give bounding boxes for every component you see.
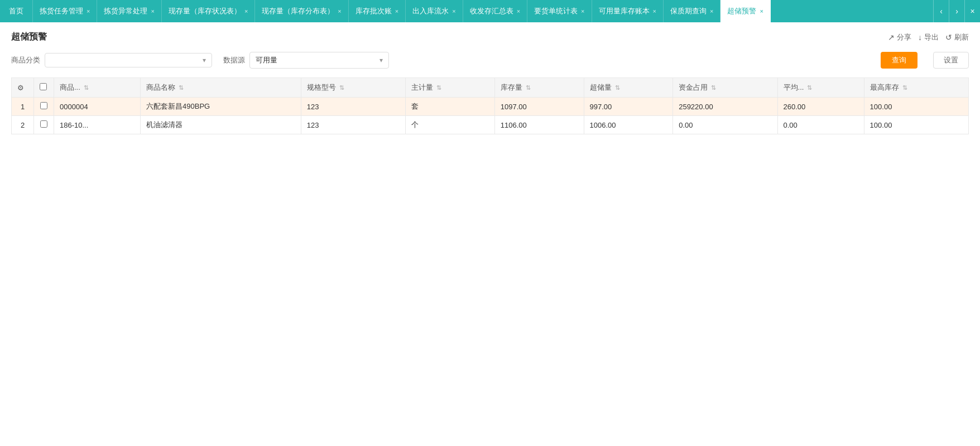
table-header-row: ⚙ 商品... ⇅ 商品名称 ⇅ [12,78,969,98]
row-checkbox[interactable] [40,120,47,128]
nav-prev-arrow[interactable]: ‹ [933,0,949,22]
cell-stock: 1106.00 [494,116,584,134]
cell-unit: 套 [406,98,495,116]
sort-product-code-icon: ⇅ [84,84,89,91]
share-icon: ↗ [888,33,895,42]
tab-5-close[interactable]: × [395,8,398,14]
category-select[interactable]: ▾ [45,53,212,67]
tab-7[interactable]: 收发存汇总表 × [463,0,527,22]
col-product-name-header[interactable]: 商品名称 ⇅ [141,78,301,98]
datasource-value: 可用量 [256,55,277,65]
col-spec-header[interactable]: 规格型号 ⇅ [301,78,405,98]
query-button[interactable]: 查询 [881,52,917,69]
datasource-select[interactable]: 可用量 ▾ [249,52,389,69]
cell-avg: 0.00 [777,116,864,134]
tab-1-close[interactable]: × [87,8,90,14]
sort-spec-icon: ⇅ [339,84,344,91]
tab-8-close[interactable]: × [581,8,584,14]
refresh-icon: ↺ [945,33,952,42]
col-avg-header[interactable]: 平均... ⇅ [777,78,864,98]
row-checkbox-cell[interactable] [34,98,54,116]
cell-stock: 1097.00 [494,98,584,116]
refresh-button[interactable]: ↺ 刷新 [945,32,969,42]
gear-icon: ⚙ [17,84,24,92]
data-table: ⚙ 商品... ⇅ 商品名称 ⇅ [11,77,969,134]
page-content: 超储预警 ↗ 分享 ↓ 导出 ↺ 刷新 商品分类 ▾ 数据源 [0,22,980,143]
tab-11[interactable]: 超储预警 × [720,0,770,22]
col-product-code-header[interactable]: 商品... ⇅ [54,78,141,98]
row-checkbox[interactable] [40,102,47,109]
cell-product-code: 0000004 [54,98,141,116]
cell-avg: 260.00 [777,98,864,116]
col-unit-header[interactable]: 主计量 ⇅ [406,78,495,98]
tab-11-close[interactable]: × [760,8,763,14]
table-row: 2 186-10... 机油滤清器 123 个 1106.00 1006.00 … [12,116,969,134]
tab-10-close[interactable]: × [710,8,713,14]
col-gear[interactable]: ⚙ [12,78,34,98]
tab-3-close[interactable]: × [244,8,248,14]
settings-button[interactable]: 设置 [933,52,969,69]
header-actions: ↗ 分享 ↓ 导出 ↺ 刷新 [888,32,969,42]
tab-10[interactable]: 保质期查询 × [664,0,720,22]
col-stock-header[interactable]: 库存量 ⇅ [494,78,584,98]
tab-6[interactable]: 出入库流水 × [406,0,463,22]
sort-unit-icon: ⇅ [436,84,441,91]
tab-7-close[interactable]: × [517,8,520,14]
export-button[interactable]: ↓ 导出 [918,32,939,42]
tab-5[interactable]: 库存批次账 × [349,0,406,22]
category-label: 商品分类 [11,55,40,65]
cell-unit: 个 [406,116,495,134]
col-capital-header[interactable]: 资金占用 ⇅ [673,78,777,98]
tab-8[interactable]: 要货单统计表 × [527,0,592,22]
category-filter-group: 商品分类 ▾ [11,53,212,67]
cell-spec: 123 [301,116,405,134]
nav-arrows: ‹ › × [933,0,980,22]
category-chevron-icon: ▾ [203,56,206,64]
tab-2-close[interactable]: × [151,8,154,14]
cell-max: 100.00 [864,98,968,116]
tab-4[interactable]: 现存量（库存分布表） × [255,0,348,22]
nav-close-all[interactable]: × [964,0,980,22]
col-select-all[interactable] [34,78,54,98]
tab-3[interactable]: 现存量（库存状况表） × [162,0,255,22]
select-all-checkbox[interactable] [40,83,47,90]
table-row: 1 0000004 六配套新昌490BPG 123 套 1097.00 997.… [12,98,969,116]
tab-1[interactable]: 拣货任务管理 × [33,0,97,22]
col-max-header[interactable]: 最高库存 ⇅ [864,78,968,98]
sort-product-name-icon: ⇅ [179,84,184,91]
cell-product-code: 186-10... [54,116,141,134]
sort-avg-icon: ⇅ [807,84,812,91]
share-button[interactable]: ↗ 分享 [888,32,911,42]
sort-capital-icon: ⇅ [711,84,716,91]
cell-capital: 259220.00 [673,98,777,116]
row-index: 2 [12,116,34,134]
sort-max-icon: ⇅ [902,84,907,91]
filter-row: 商品分类 ▾ 数据源 可用量 ▾ 查询 设置 [11,52,969,69]
cell-overstock: 997.00 [584,98,673,116]
datasource-filter-group: 数据源 可用量 ▾ [223,52,389,69]
tab-9-close[interactable]: × [653,8,656,14]
cell-product-name: 六配套新昌490BPG [141,98,301,116]
row-index: 1 [12,98,34,116]
datasource-label: 数据源 [223,55,245,65]
cell-product-name: 机油滤清器 [141,116,301,134]
row-checkbox-cell[interactable] [34,116,54,134]
tab-6-close[interactable]: × [452,8,455,14]
sort-overstock-icon: ⇅ [615,84,620,91]
page-title: 超储预警 [11,31,47,43]
page-header: 超储预警 ↗ 分享 ↓ 导出 ↺ 刷新 [11,31,969,43]
col-overstock-header[interactable]: 超储量 ⇅ [584,78,673,98]
cell-overstock: 1006.00 [584,116,673,134]
export-icon: ↓ [918,33,922,42]
tab-4-close[interactable]: × [338,8,341,14]
tab-9[interactable]: 可用量库存账本 × [592,0,664,22]
cell-spec: 123 [301,98,405,116]
cell-capital: 0.00 [673,116,777,134]
nav-next-arrow[interactable]: › [949,0,964,22]
nav-home[interactable]: 首页 [0,0,33,22]
top-nav: 首页 拣货任务管理 × 拣货异常处理 × 现存量（库存状况表） × 现存量（库存… [0,0,980,22]
tab-2[interactable]: 拣货异常处理 × [97,0,161,22]
sort-stock-icon: ⇅ [526,84,531,91]
cell-max: 100.00 [864,116,968,134]
datasource-chevron-icon: ▾ [379,56,383,64]
